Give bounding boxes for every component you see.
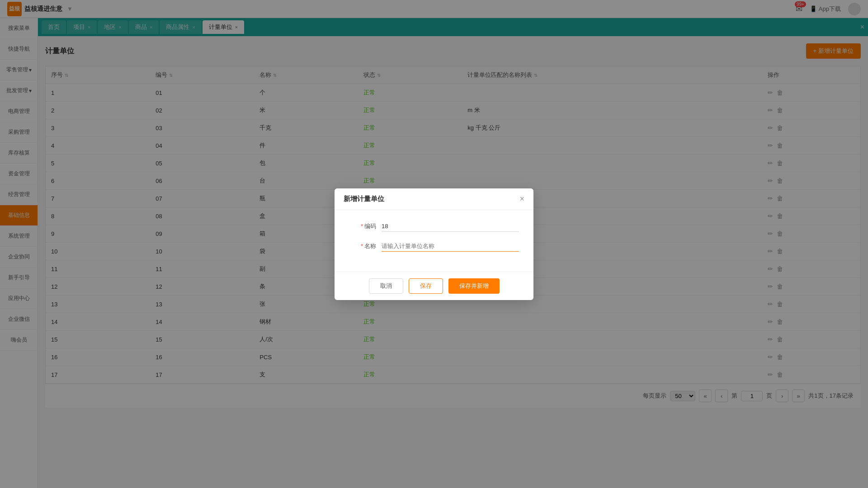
name-input[interactable] (382, 241, 519, 252)
code-input[interactable] (382, 221, 519, 232)
add-unit-modal: 新增计量单位 × *编码 *名称 取消 保存 保存并新增 (335, 188, 533, 300)
modal-footer: 取消 保存 保存并新增 (335, 272, 533, 300)
form-row-code: *编码 (349, 221, 519, 232)
name-label: *名称 (349, 242, 376, 250)
save-button[interactable]: 保存 (409, 278, 443, 294)
required-mark-name: * (361, 243, 363, 249)
save-and-new-button[interactable]: 保存并新增 (448, 278, 500, 294)
cancel-button[interactable]: 取消 (369, 278, 403, 294)
form-row-name: *名称 (349, 241, 519, 252)
code-label: *编码 (349, 222, 376, 230)
modal-close-button[interactable]: × (519, 195, 524, 203)
required-mark: * (361, 223, 363, 230)
modal-header: 新增计量单位 × (335, 188, 533, 210)
modal-body: *编码 *名称 (335, 210, 533, 272)
modal-overlay[interactable]: 新增计量单位 × *编码 *名称 取消 保存 保存并新增 (0, 0, 868, 488)
modal-title: 新增计量单位 (344, 195, 384, 203)
